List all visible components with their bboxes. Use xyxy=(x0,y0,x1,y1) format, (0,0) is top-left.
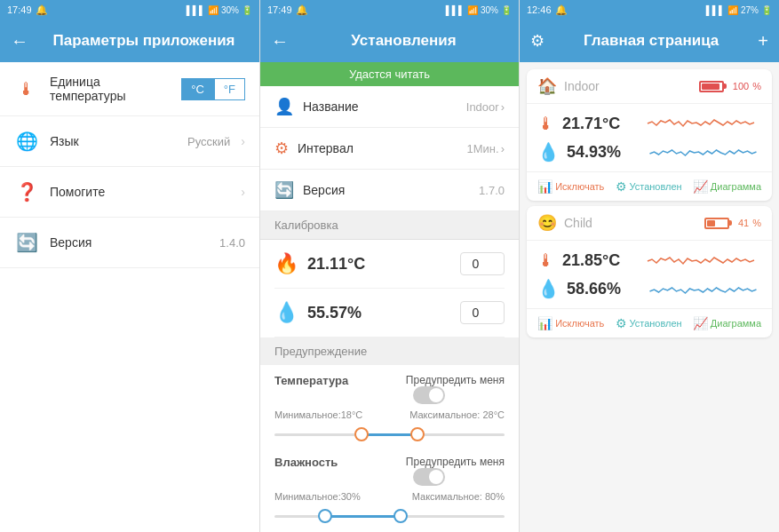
calib-humid-row: 💧 55.57% xyxy=(274,289,505,337)
temp-icon-indoor: 🌡 xyxy=(537,114,555,134)
indoor-humid-row: 💧 54.93% xyxy=(537,138,761,166)
humid-thumb-1[interactable] xyxy=(318,509,332,523)
settings-icon-child: ⚙ xyxy=(616,316,627,330)
indoor-temp-chart xyxy=(640,113,761,134)
device-name-item[interactable]: 👤 Название Indoor › xyxy=(260,86,519,128)
version-item: 🔄 Версия 1.7.0 xyxy=(260,170,519,211)
child-actions: 📊 Исключать ⚙ Установлен 📈 Диаграмма xyxy=(527,308,772,337)
calib-temp-value: 21.11°C xyxy=(307,255,451,274)
device-settings-panel: 17:49 🔔 ▌▌▌ 📶 30% 🔋 ← Установления Удаст… xyxy=(260,0,520,532)
thermometer-icon: 🌡 xyxy=(14,76,39,101)
user-icon: 👤 xyxy=(274,97,294,116)
temp-thumb-1[interactable] xyxy=(354,427,369,441)
settings-list: 🌡 Единица температуры °C °F 🌐 Язык Русск… xyxy=(0,62,259,532)
indoor-temp-value: 21.71°C xyxy=(562,115,633,133)
panel2-title: Установления xyxy=(299,32,508,50)
indoor-name: Indoor xyxy=(564,79,692,93)
help-label: Помогите xyxy=(50,185,230,199)
humid-thumb-2[interactable] xyxy=(393,509,408,523)
battery-icon-indoor xyxy=(699,81,724,92)
settings-item-help[interactable]: ❓ Помогите › xyxy=(0,167,259,218)
child-device-card: 😊 Child 41 % 🌡 21.85°C 💧 xyxy=(527,206,772,337)
temp-thumb-2[interactable] xyxy=(410,427,425,441)
indoor-chart-btn[interactable]: 📈 Диаграмма xyxy=(689,178,765,195)
child-icon: 😊 xyxy=(537,213,557,233)
child-settings-btn[interactable]: ⚙ Установлен xyxy=(611,314,685,332)
child-temp-value: 21.85°C xyxy=(562,251,633,270)
fahrenheit-button[interactable]: °F xyxy=(214,78,245,100)
version-label: Версия xyxy=(50,235,209,250)
child-temp-chart xyxy=(640,250,761,271)
temp-label: Единица температуры xyxy=(50,75,171,103)
calib-temp-input[interactable] xyxy=(460,252,505,275)
name-label: Название xyxy=(303,99,457,114)
child-humid-value: 58.66% xyxy=(567,280,638,298)
temp-alert-toggle[interactable] xyxy=(413,386,445,404)
humid-warn-label: Влажность xyxy=(274,456,338,469)
temp-unit-toggle[interactable]: °C °F xyxy=(181,78,245,100)
back-button-1[interactable]: ← xyxy=(11,31,28,52)
top-bar-1: ← Параметры приложения xyxy=(0,20,259,62)
indoor-header: 🏠 Indoor 100 % xyxy=(527,69,772,104)
humid-alert-label: Предупредить меня xyxy=(406,456,505,489)
child-humid-row: 💧 58.66% xyxy=(537,274,761,303)
version-value: 1.4.0 xyxy=(219,236,245,250)
version-value-2: 1.7.0 xyxy=(479,184,505,197)
humid-warn-sub: Минимальное:30% Максимальное: 80% xyxy=(274,491,505,502)
status-bar-2: 17:49 🔔 ▌▌▌ 📶 30% 🔋 xyxy=(260,0,519,20)
drop-icon-indoor: 💧 xyxy=(537,141,560,163)
chevron-icon-2: › xyxy=(501,142,505,155)
sync-icon: 🔄 xyxy=(14,230,39,255)
humid-slider[interactable] xyxy=(274,507,505,525)
indoor-device-card: 🏠 Indoor 100 % 🌡 21.71°C xyxy=(527,69,772,201)
warning-section-title: Предупреждение xyxy=(260,337,519,365)
refresh-icon: 🔄 xyxy=(274,180,294,200)
chart-icon-indoor: 📈 xyxy=(693,179,708,194)
indoor-exclude-btn[interactable]: 📊 Исключать xyxy=(534,178,608,195)
calibration-area: 🔥 21.11°C 💧 55.57% xyxy=(260,240,519,337)
settings-item-temperature: 🌡 Единица температуры °C °F xyxy=(0,62,259,116)
indoor-temp-row: 🌡 21.71°C xyxy=(537,109,761,138)
status-time-1: 17:49 🔔 xyxy=(7,4,48,16)
chevron-right-icon-2: › xyxy=(241,185,245,199)
indoor-humid-chart xyxy=(645,141,761,163)
temp-warn-header: Температура Предупредить меня xyxy=(274,374,505,408)
drop-icon: 💧 xyxy=(274,301,298,324)
interval-value: 1Мин. › xyxy=(467,142,505,155)
interval-item[interactable]: ⚙ Интервал 1Мин. › xyxy=(260,128,519,170)
top-bar-2: ← Установления xyxy=(260,20,519,62)
warning-content: Температура Предупредить меня Минимально… xyxy=(260,365,519,532)
indoor-actions: 📊 Исключать ⚙ Установлен 📈 Диаграмма xyxy=(527,171,772,201)
temp-icon-child: 🌡 xyxy=(537,250,555,271)
name-value: Indoor › xyxy=(466,100,505,114)
humid-alert-toggle[interactable] xyxy=(413,468,445,486)
child-battery: 41 % xyxy=(704,218,761,229)
home-icon: 🏠 xyxy=(537,76,557,96)
exclude-icon-child: 📊 xyxy=(537,316,552,330)
settings-icon[interactable]: ⚙ xyxy=(530,31,545,51)
humid-slider-range xyxy=(325,515,401,518)
back-button-2[interactable]: ← xyxy=(271,31,289,52)
settings-item-language[interactable]: 🌐 Язык Русский › xyxy=(0,116,259,167)
child-battery-pct: 41 xyxy=(738,218,749,228)
calibration-section-title: Калибровка xyxy=(260,211,519,240)
flame-icon: 🔥 xyxy=(274,252,298,275)
device-info-list: 👤 Название Indoor › ⚙ Интервал 1Мин. › 🔄… xyxy=(260,86,519,211)
indoor-humid-value: 54.93% xyxy=(567,143,638,162)
child-name: Child xyxy=(564,216,697,230)
language-label: Язык xyxy=(50,134,177,148)
calib-humid-input[interactable] xyxy=(460,301,505,324)
child-chart-btn[interactable]: 📈 Диаграмма xyxy=(689,314,765,332)
humid-warning-row: Влажность Предупредить меня Минимальное:… xyxy=(274,456,505,525)
child-temp-row: 🌡 21.85°C xyxy=(537,246,761,274)
add-device-button[interactable]: + xyxy=(758,31,768,52)
main-panel: 12:46 🔔 ▌▌▌ 📶 27% 🔋 ⚙ Главная страница +… xyxy=(520,0,779,532)
celsius-button[interactable]: °C xyxy=(181,78,214,100)
battery-fill-child xyxy=(707,220,715,226)
temp-slider[interactable] xyxy=(274,425,505,443)
temp-alert-label: Предупредить меня xyxy=(406,374,505,408)
chevron-right-icon: › xyxy=(241,134,245,148)
indoor-readings: 🌡 21.71°C 💧 54.93% xyxy=(527,104,772,171)
indoor-settings-btn[interactable]: ⚙ Установлен xyxy=(611,178,685,195)
child-exclude-btn[interactable]: 📊 Исключать xyxy=(534,314,608,332)
